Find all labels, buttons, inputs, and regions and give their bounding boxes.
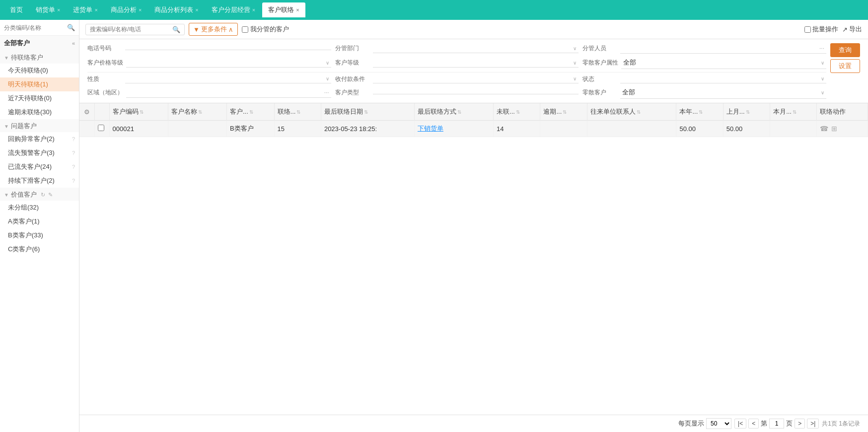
sidebar-group-problem: ▼ 问题客户 [0, 119, 79, 132]
row-customer-name: Ea [168, 121, 226, 137]
row-uncontacted: 14 [494, 121, 540, 137]
sidebar-search-input[interactable] [4, 24, 67, 31]
row-checkbox[interactable] [94, 121, 109, 137]
my-customer-check[interactable] [242, 26, 248, 33]
region-dots[interactable]: ··· [324, 89, 329, 96]
col-uncontacted[interactable]: 未联...⇅ [494, 103, 540, 121]
last-page-button[interactable]: >| [807, 419, 819, 429]
nav-sales[interactable]: 销货单× [30, 2, 66, 17]
sidebar-item-declining[interactable]: 持续下滑客户(2) ? [0, 174, 79, 188]
my-customer-checkbox[interactable]: 我分管的客户 [242, 25, 289, 34]
action-icon-grid[interactable]: ⊞ [831, 125, 837, 133]
status-arrow: ∨ [821, 76, 824, 81]
filter-dept: 分管部门 ∨ [335, 44, 579, 53]
more-filter-button[interactable]: ▼ 更多条件 ∧ [189, 23, 238, 36]
value-group-edit[interactable]: ✎ [48, 192, 53, 198]
page-size-select[interactable]: 50 100 200 [706, 418, 731, 429]
row-last-contact-method[interactable]: 下销货单 [414, 121, 493, 137]
sidebar-item-churned[interactable]: 已流失客户(24) ? [0, 160, 79, 174]
filter-retail-customer: 零散客户 全部 ∨ [582, 86, 826, 99]
row-this-year: 50.00 [676, 121, 723, 137]
prev-page-button[interactable]: < [748, 419, 759, 429]
table-spacer [79, 137, 868, 415]
col-settings[interactable]: ⚙ [79, 103, 94, 121]
filter-retail-attr: 零散客户属性 全部 ∨ [582, 57, 826, 69]
filter-row-4: 区域（地区） ··· 客户类型 [87, 86, 826, 99]
col-this-year[interactable]: 本年...⇅ [676, 103, 723, 121]
nav-goods-analysis-list[interactable]: 商品分析列表× [148, 2, 204, 17]
toolbar-right: 批量操作 ↗ 导出 [804, 25, 862, 34]
payment-select[interactable]: ∨ [373, 74, 579, 83]
sidebar-item-a-class[interactable]: A类客户(1) [0, 215, 79, 228]
nature-arrow: ∨ [326, 76, 329, 81]
sidebar-item-overdue[interactable]: 逾期未联络(30) [0, 105, 79, 119]
sidebar-item-repurchase-anomaly[interactable]: 回购异常客户(2) ? [0, 132, 79, 146]
sidebar-all-customers[interactable]: 全部客户 « [0, 36, 79, 51]
sidebar-item-b-class[interactable]: B类客户(33) [0, 228, 79, 242]
nature-select[interactable]: ∨ [125, 74, 331, 83]
nav-goods-analysis[interactable]: 商品分析× [105, 2, 147, 17]
dept-arrow: ∨ [573, 46, 577, 51]
region-select[interactable]: ··· [126, 87, 331, 98]
col-last-month[interactable]: 上月...⇅ [723, 103, 770, 121]
col-last-contact-date[interactable]: 最后联络日期⇅ [321, 103, 414, 121]
col-customer-code[interactable]: 客户编码⇅ [109, 103, 168, 121]
query-button[interactable]: 查询 [830, 43, 860, 57]
dept-select[interactable]: ∨ [373, 44, 579, 53]
first-page-button[interactable]: |< [734, 419, 746, 429]
manager-dots[interactable]: ··· [819, 45, 824, 52]
customer-grade-select[interactable]: ∨ [373, 59, 579, 68]
help-icon-1: ? [72, 136, 75, 142]
search-input[interactable] [90, 26, 172, 33]
batch-op-button[interactable]: 批量操作 [804, 25, 838, 34]
retail-customer-select[interactable]: 全部 ∨ [620, 86, 826, 99]
page-size-area: 每页显示 50 100 200 [678, 418, 731, 429]
total-info: 共1页 1条记录 [822, 420, 860, 428]
nav-home[interactable]: 首页 [4, 2, 29, 17]
sidebar-item-7days[interactable]: 近7天待联络(0) [0, 91, 79, 105]
nav-purchase[interactable]: 进货单× [67, 2, 103, 17]
sidebar-search-icon[interactable]: 🔍 [67, 24, 75, 31]
nav-customer-contact[interactable]: 客户联络× [262, 2, 305, 17]
sidebar-item-today[interactable]: 今天待联络(0) [0, 64, 79, 77]
col-this-month[interactable]: 本月...⇅ [770, 103, 817, 121]
page-number-input[interactable] [769, 419, 784, 429]
action-icon-phone[interactable]: ☎ [820, 125, 828, 133]
col-overdue[interactable]: 逾期...⇅ [540, 103, 587, 121]
col-contact-count[interactable]: 联络...⇅ [274, 103, 321, 121]
status-select[interactable]: ∨ [620, 74, 826, 83]
retail-attr-select[interactable]: 全部 ∨ [621, 57, 826, 69]
col-checkbox [94, 103, 109, 121]
payment-arrow: ∨ [573, 76, 577, 81]
price-grade-select[interactable]: ∨ [126, 59, 331, 68]
settings-button[interactable]: 设置 [830, 59, 860, 73]
value-group-refresh[interactable]: ↻ [41, 192, 45, 198]
col-customer-type[interactable]: 客户...⇅ [226, 103, 274, 121]
next-page-button[interactable]: > [795, 419, 805, 429]
sidebar: 🔍 全部客户 « ▼ 待联络客户 今天待联络(0) 明天待联络(1) 近7天待联… [0, 20, 79, 432]
sidebar-item-c-class[interactable]: C类客户(6) [0, 242, 79, 256]
gear-icon[interactable]: ⚙ [84, 108, 90, 116]
row-action: ☎ ⊞ [817, 121, 868, 137]
sidebar-item-ungrouped[interactable]: 未分组(32) [0, 201, 79, 215]
filter-row-3: 性质 ∨ 收付款条件 ∨ [87, 74, 826, 83]
customer-type-select[interactable] [373, 91, 579, 94]
phone-input-field[interactable] [125, 47, 331, 50]
col-last-contact-method[interactable]: 最后联络方式⇅ [414, 103, 493, 121]
col-customer-name[interactable]: 客户名称⇅ [168, 103, 226, 121]
search-icon[interactable]: 🔍 [172, 26, 180, 33]
filter-row-1: 电话号码 分管部门 ∨ [87, 43, 826, 54]
manager-select[interactable]: ··· [620, 43, 826, 54]
row-overdue [540, 121, 587, 137]
filter-nature: 性质 ∨ [87, 74, 331, 83]
filter-row-2: 客户价格等级 ∨ 客户等级 ∨ [87, 57, 826, 69]
row-contact-count: 15 [274, 121, 321, 137]
col-contact-person[interactable]: 往来单位联系人⇅ [587, 103, 676, 121]
footer: 每页显示 50 100 200 |< < 第 页 > >| 共1页 1条记录 [79, 415, 868, 432]
sidebar-item-tomorrow[interactable]: 明天待联络(1) [0, 77, 79, 91]
nav-customer-tier[interactable]: 客户分层经营× [206, 2, 261, 17]
customer-grade-arrow: ∨ [573, 60, 577, 66]
sidebar-item-churn-warning[interactable]: 流失预警客户(3) ? [0, 146, 79, 160]
export-button[interactable]: ↗ 导出 [842, 25, 862, 34]
batch-checkbox[interactable] [804, 26, 811, 33]
